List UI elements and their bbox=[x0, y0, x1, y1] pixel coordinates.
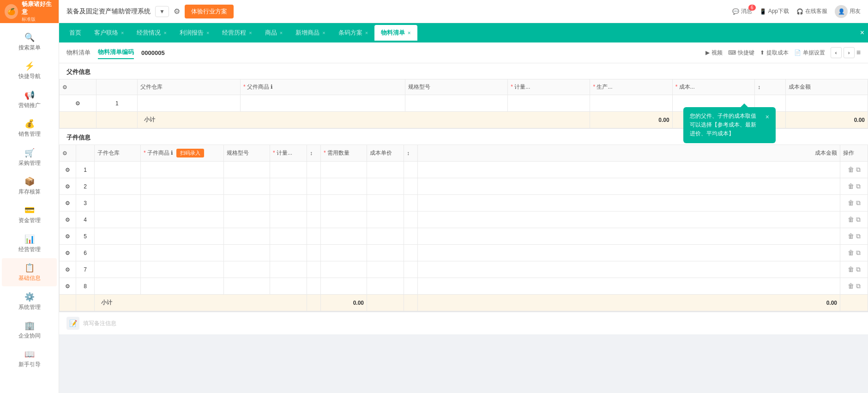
tab-operations-status[interactable]: 经营情况 × bbox=[130, 25, 173, 41]
child-row-cost-unit[interactable] bbox=[367, 245, 404, 261]
child-row-warehouse[interactable] bbox=[95, 245, 141, 261]
child-row-sort[interactable] bbox=[307, 261, 321, 278]
delete-icon[interactable]: 🗑 bbox=[848, 249, 854, 257]
single-settings-btn[interactable]: 📄 单据设置 bbox=[794, 49, 825, 57]
child-row-warehouse[interactable] bbox=[95, 228, 141, 245]
child-row-gear[interactable]: ⚙ bbox=[60, 212, 76, 228]
child-row-qty[interactable] bbox=[321, 212, 367, 228]
child-row-qty[interactable] bbox=[321, 245, 367, 261]
child-row-sort2[interactable] bbox=[404, 261, 418, 278]
copy-icon[interactable]: ⧉ bbox=[856, 232, 861, 240]
sidebar-item-inventory[interactable]: 📦 库存核算 bbox=[2, 172, 57, 200]
close-tab-icon[interactable]: × bbox=[860, 29, 864, 37]
child-row-qty[interactable] bbox=[321, 278, 367, 295]
child-row-sort2[interactable] bbox=[404, 212, 418, 228]
page-tab-list[interactable]: 物料清单 bbox=[66, 47, 90, 59]
child-row-sort2[interactable] bbox=[404, 178, 418, 195]
child-row-sort2[interactable] bbox=[404, 162, 418, 178]
child-row-sort[interactable] bbox=[307, 178, 321, 195]
nav-prev-btn[interactable]: ‹ bbox=[831, 47, 842, 58]
copy-icon[interactable]: ⧉ bbox=[856, 166, 861, 174]
sidebar-item-system[interactable]: ⚙️ 系统管理 bbox=[2, 287, 57, 315]
child-row-sort2[interactable] bbox=[404, 228, 418, 245]
delete-icon[interactable]: 🗑 bbox=[848, 282, 854, 290]
child-row-spec[interactable] bbox=[224, 261, 270, 278]
child-row-sort[interactable] bbox=[307, 245, 321, 261]
sidebar-item-guide[interactable]: 📖 新手引导 bbox=[2, 345, 57, 372]
child-row-qty[interactable] bbox=[321, 195, 367, 212]
tab-close-products[interactable]: × bbox=[280, 30, 283, 36]
note-placeholder[interactable]: 填写备注信息 bbox=[83, 320, 116, 327]
child-row-gear[interactable]: ⚙ bbox=[60, 245, 76, 261]
child-row-warehouse[interactable] bbox=[95, 195, 141, 212]
copy-icon[interactable]: ⧉ bbox=[856, 182, 861, 190]
child-row-unit[interactable] bbox=[270, 162, 307, 178]
sidebar-item-search[interactable]: 🔍 搜索菜单 bbox=[2, 28, 57, 55]
child-row-cost-unit[interactable] bbox=[367, 278, 404, 295]
system-dropdown[interactable]: ▼ bbox=[155, 6, 169, 17]
parent-row-spec[interactable] bbox=[405, 95, 508, 112]
copy-icon[interactable]: ⧉ bbox=[856, 266, 861, 273]
delete-icon[interactable]: 🗑 bbox=[848, 232, 854, 240]
tab-close-new-product[interactable]: × bbox=[322, 30, 325, 36]
child-row-sort[interactable] bbox=[307, 228, 321, 245]
child-row-product[interactable] bbox=[141, 162, 224, 178]
tab-close-operations-status[interactable]: × bbox=[163, 30, 166, 36]
child-row-unit[interactable] bbox=[270, 195, 307, 212]
view-btn[interactable]: ▶ 视频 bbox=[705, 49, 723, 57]
child-row-qty[interactable] bbox=[321, 261, 367, 278]
tab-bom[interactable]: 物料清单 × bbox=[374, 25, 417, 41]
sidebar-item-operations[interactable]: 📊 经营管理 bbox=[2, 230, 57, 257]
parent-row-product[interactable] bbox=[241, 95, 405, 112]
app-download-action[interactable]: 📱 App下载 bbox=[760, 7, 789, 15]
copy-icon[interactable]: ⧉ bbox=[856, 249, 861, 257]
delete-icon[interactable]: 🗑 bbox=[848, 216, 854, 224]
nav-next-btn[interactable]: › bbox=[844, 47, 855, 58]
child-row-gear[interactable]: ⚙ bbox=[60, 195, 76, 212]
child-row-cost-unit[interactable] bbox=[367, 261, 404, 278]
tab-home[interactable]: 首页 bbox=[63, 25, 88, 41]
child-row-warehouse[interactable] bbox=[95, 261, 141, 278]
child-row-product[interactable] bbox=[141, 278, 224, 295]
child-row-warehouse[interactable] bbox=[95, 162, 141, 178]
parent-row-gear[interactable]: ⚙ bbox=[60, 95, 96, 112]
child-row-cost-unit[interactable] bbox=[367, 212, 404, 228]
child-row-spec[interactable] bbox=[224, 278, 270, 295]
tab-operations-history[interactable]: 经营历程 × bbox=[216, 25, 258, 41]
child-row-qty[interactable] bbox=[321, 178, 367, 195]
child-row-unit[interactable] bbox=[270, 228, 307, 245]
tab-barcode[interactable]: 条码方案 × bbox=[332, 25, 374, 41]
tab-customer[interactable]: 客户联络 × bbox=[88, 25, 130, 41]
tab-new-product[interactable]: 新增商品 × bbox=[289, 25, 332, 41]
tab-close-bom[interactable]: × bbox=[408, 30, 410, 36]
copy-icon[interactable]: ⧉ bbox=[856, 199, 861, 207]
child-row-unit[interactable] bbox=[270, 245, 307, 261]
tab-profit-report[interactable]: 利润报告 × bbox=[173, 25, 216, 41]
sidebar-item-sales[interactable]: 💰 销售管理 bbox=[2, 114, 57, 142]
trial-button[interactable]: 体验行业方案 bbox=[185, 5, 234, 18]
child-row-spec[interactable] bbox=[224, 178, 270, 195]
sidebar-item-marketing[interactable]: 📢 营销推广 bbox=[2, 85, 57, 113]
child-row-sort[interactable] bbox=[307, 278, 321, 295]
extract-cost-btn[interactable]: ⬆ 提取成本 bbox=[760, 49, 789, 57]
tab-close-customer[interactable]: × bbox=[121, 30, 124, 36]
child-row-sort2[interactable] bbox=[404, 278, 418, 295]
child-row-qty[interactable] bbox=[321, 162, 367, 178]
tab-close-profit-report[interactable]: × bbox=[206, 30, 209, 36]
parent-row-production[interactable] bbox=[590, 95, 672, 112]
child-row-sort[interactable] bbox=[307, 195, 321, 212]
child-row-warehouse[interactable] bbox=[95, 178, 141, 195]
child-row-spec[interactable] bbox=[224, 228, 270, 245]
child-row-gear[interactable]: ⚙ bbox=[60, 228, 76, 245]
delete-icon[interactable]: 🗑 bbox=[848, 266, 854, 273]
child-row-warehouse[interactable] bbox=[95, 278, 141, 295]
note-icon[interactable]: 📝 bbox=[66, 317, 79, 330]
child-row-qty[interactable] bbox=[321, 228, 367, 245]
shortcut-btn[interactable]: ⌨ 快捷键 bbox=[728, 49, 754, 57]
online-service-action[interactable]: 🎧 在线客服 bbox=[796, 7, 827, 15]
tab-close-barcode[interactable]: × bbox=[365, 30, 368, 36]
child-row-unit[interactable] bbox=[270, 212, 307, 228]
settings-icon[interactable]: ⚙ bbox=[174, 7, 180, 16]
delete-icon[interactable]: 🗑 bbox=[848, 182, 854, 190]
child-row-sort[interactable] bbox=[307, 212, 321, 228]
